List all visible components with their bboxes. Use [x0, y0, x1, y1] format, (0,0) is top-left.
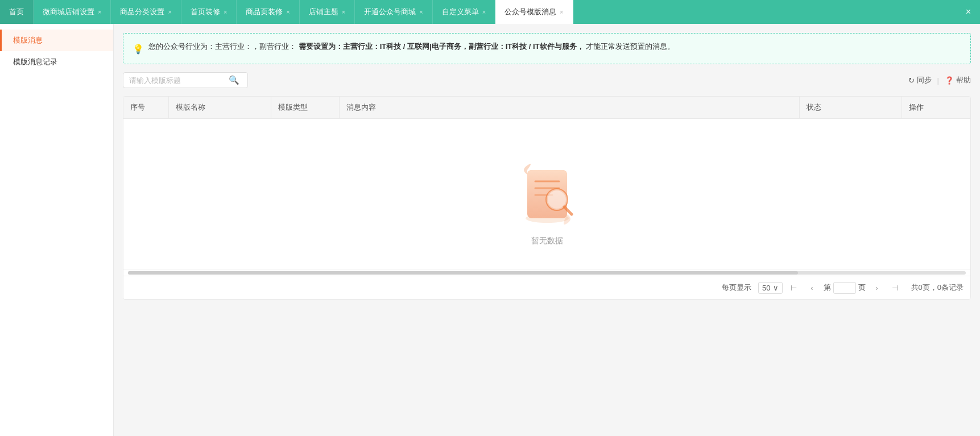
search-icon[interactable]: 🔍 [229, 75, 239, 85]
nav-item-close[interactable]: × [168, 9, 171, 15]
sidebar-item[interactable]: 模版消息 [0, 30, 113, 51]
page-size-chevron: ∨ [773, 284, 779, 292]
nav-item-close[interactable]: × [342, 9, 345, 15]
help-icon: ❓ [945, 76, 954, 85]
empty-state: 暂无数据 [123, 119, 970, 269]
nav-item-label: 商品分类设置 [120, 7, 164, 17]
th-name: 模版名称 [169, 97, 271, 118]
pagination: 每页显示 50 ∨ ⊢ ‹ 第 1 页 › ⊣ 共0页，0条记录 [123, 276, 970, 299]
window-close-button[interactable]: × [957, 0, 980, 24]
content-area: 💡 您的公众号行业为：主营行业：，副营行业： 需要设置为：主营行业：IT科技 /… [114, 24, 980, 436]
top-nav: 首页微商城店铺设置×商品分类设置×首页装修×商品页装修×店铺主题×开通公众号商城… [0, 0, 980, 24]
sync-label: 同步 [917, 75, 932, 85]
page-size-select[interactable]: 50 ∨ [758, 282, 782, 294]
nav-item[interactable]: 自定义菜单× [433, 0, 495, 24]
page-input-wrap: 第 1 页 [824, 282, 866, 294]
nav-item-close[interactable]: × [482, 9, 486, 15]
th-status: 状态 [800, 97, 902, 118]
scrollbar-thumb[interactable] [128, 271, 798, 275]
prev-page-button[interactable]: ‹ [805, 281, 819, 294]
nav-item[interactable]: 公众号模版消息× [495, 0, 573, 24]
nav-item-close[interactable]: × [224, 9, 227, 15]
table-wrap: 序号 模版名称 模版类型 消息内容 状态 操作 [123, 96, 971, 300]
sync-button[interactable]: ↻ 同步 [908, 75, 932, 85]
first-page-button[interactable]: ⊢ [787, 281, 801, 294]
nav-item-label: 微商城店铺设置 [43, 7, 94, 17]
nav-item[interactable]: 商品分类设置× [111, 0, 181, 24]
sync-icon: ↻ [908, 76, 915, 85]
nav-item[interactable]: 首页 [0, 0, 34, 24]
nav-item-close[interactable]: × [419, 9, 423, 15]
notice-bold: 需要设置为：主营行业：IT科技 / 互联网|电子商务，副营行业：IT科技 / I… [299, 42, 584, 51]
notice-icon: 💡 [133, 41, 144, 57]
help-button[interactable]: ❓ 帮助 [945, 75, 971, 85]
th-action: 操作 [902, 97, 970, 118]
nav-item-close[interactable]: × [98, 9, 101, 15]
page-number-input[interactable]: 1 [833, 282, 856, 294]
empty-illustration [510, 153, 584, 227]
table-header: 序号 模版名称 模版类型 消息内容 状态 操作 [123, 97, 970, 119]
page-input-suffix: 页 [858, 283, 866, 293]
search-input-wrap[interactable]: 🔍 [123, 72, 248, 88]
nav-item-label: 开通公众号商城 [364, 7, 416, 17]
nav-item-label: 商品页装修 [246, 7, 283, 17]
main-layout: 模版消息模版消息记录 💡 您的公众号行业为：主营行业：，副营行业： 需要设置为：… [0, 24, 980, 436]
scrollbar-track[interactable] [128, 271, 966, 275]
nav-item[interactable]: 首页装修× [181, 0, 237, 24]
th-type: 模版类型 [271, 97, 340, 118]
page-size-label: 每页显示 [722, 283, 751, 293]
notice-suffix: 才能正常发送预置的消息。 [586, 42, 675, 51]
nav-item-label: 首页 [9, 7, 24, 17]
nav-item-label: 自定义菜单 [442, 7, 479, 17]
help-label: 帮助 [956, 75, 971, 85]
total-info: 共0页，0条记录 [911, 283, 964, 293]
search-actions: ↻ 同步 | ❓ 帮助 [908, 75, 971, 85]
th-index: 序号 [123, 97, 169, 118]
action-divider: | [937, 76, 939, 85]
scrollbar-row[interactable] [123, 269, 970, 276]
search-bar: 🔍 ↻ 同步 | ❓ 帮助 [123, 72, 971, 88]
next-page-button[interactable]: › [870, 281, 884, 294]
search-input[interactable] [129, 76, 229, 85]
nav-item[interactable]: 商品页装修× [237, 0, 299, 24]
nav-item[interactable]: 微商城店铺设置× [34, 0, 111, 24]
page-size-value: 50 [762, 284, 770, 292]
nav-item-label: 首页装修 [191, 7, 220, 17]
nav-item-close[interactable]: × [286, 9, 290, 15]
notice-box: 💡 您的公众号行业为：主营行业：，副营行业： 需要设置为：主营行业：IT科技 /… [123, 33, 971, 64]
nav-item-label: 公众号模版消息 [505, 7, 556, 17]
sidebar-item[interactable]: 模版消息记录 [0, 51, 113, 73]
nav-item-close[interactable]: × [560, 9, 563, 15]
nav-item-label: 店铺主题 [309, 7, 338, 17]
nav-item[interactable]: 开通公众号商城× [355, 0, 432, 24]
nav-item[interactable]: 店铺主题× [300, 0, 355, 24]
notice-text: 您的公众号行业为：主营行业：，副营行业： 需要设置为：主营行业：IT科技 / 互… [148, 40, 675, 53]
page-input-prefix: 第 [824, 283, 831, 293]
sidebar: 模版消息模版消息记录 [0, 24, 114, 436]
th-content: 消息内容 [340, 97, 800, 118]
notice-prefix: 您的公众号行业为：主营行业：，副营行业： [148, 42, 296, 51]
last-page-button[interactable]: ⊣ [888, 281, 902, 294]
empty-text: 暂无数据 [531, 236, 563, 246]
